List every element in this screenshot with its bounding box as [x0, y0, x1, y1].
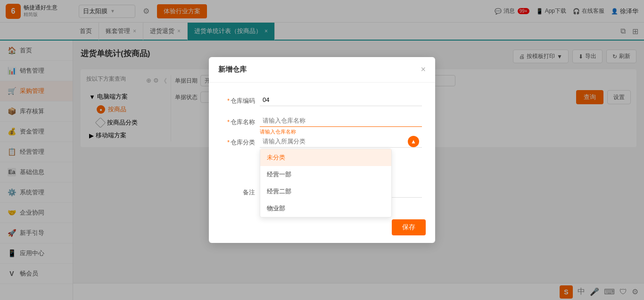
code-label: *仓库编码	[222, 94, 260, 105]
category-input[interactable]	[260, 135, 422, 148]
form-row-name: *仓库名称 请输入仓库名称	[222, 115, 422, 127]
name-input[interactable]	[260, 115, 422, 127]
dropdown-item-dept2[interactable]: 经营二部	[260, 183, 391, 200]
new-warehouse-modal: 新增仓库 × *仓库编码 *仓库名称 请输入仓库名称	[209, 57, 435, 243]
category-wrapper: ▲ 未分类 经营一部 经营二部 物业部	[260, 135, 422, 148]
name-error-message: 请输入仓库名称	[260, 128, 296, 135]
category-label: *仓库分类	[222, 135, 260, 147]
code-input[interactable]	[260, 94, 422, 106]
dropdown-item-dept3[interactable]: 物业部	[260, 200, 391, 217]
modal-title: 新增仓库	[218, 65, 247, 74]
category-dropdown: 未分类 经营一部 经营二部 物业部	[260, 149, 392, 217]
modal-body: *仓库编码 *仓库名称 请输入仓库名称 *仓库分类	[209, 83, 435, 214]
name-label: *仓库名称	[222, 115, 260, 126]
modal-footer: 保存	[209, 214, 435, 243]
form-row-category: *仓库分类 ▲ 未分类 经营一部 经营二部 物业部	[222, 135, 422, 148]
form-row-code: *仓库编码	[222, 94, 422, 106]
modal-close-button[interactable]: ×	[421, 65, 426, 75]
save-button[interactable]: 保存	[392, 219, 426, 235]
category-up-button[interactable]: ▲	[408, 136, 419, 147]
modal-header: 新增仓库 ×	[209, 57, 435, 83]
dropdown-item-uncategorized[interactable]: 未分类	[260, 149, 391, 166]
dropdown-item-dept1[interactable]: 经营一部	[260, 166, 391, 183]
note-label: 备注	[222, 185, 260, 197]
modal-overlay: 新增仓库 × *仓库编码 *仓库名称 请输入仓库名称	[0, 0, 644, 300]
